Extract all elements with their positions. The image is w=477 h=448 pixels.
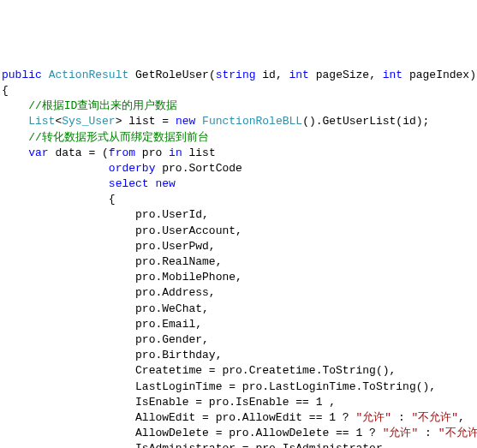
keyword-string: string [216, 69, 256, 81]
prop: pro.Email, [135, 318, 202, 331]
data-eq: data = ( [49, 146, 109, 159]
sortcode: pro.SortCode [155, 162, 241, 175]
keyword-new: new [149, 177, 176, 190]
string: "允许" [383, 427, 419, 439]
keyword-from: from [109, 146, 135, 159]
prop: pro.UserAccount, [135, 224, 242, 237]
keyword-orderby: orderby [109, 162, 156, 175]
prop: pro.MobilePhone, [135, 271, 242, 284]
prop: IsEnable = pro.IsEnable == 1 , [135, 396, 336, 409]
keyword-select: select [109, 177, 149, 190]
prop: LastLoginTime = pro.LastLoginTime.ToStri… [135, 380, 436, 393]
comment: //根据ID查询出来的用户数据 [28, 99, 177, 112]
string: "不允许" [412, 411, 459, 424]
prop: pro.Gender, [135, 333, 209, 346]
prop: pro.UserPwd, [135, 240, 216, 253]
colon: : [391, 411, 411, 424]
method-name: GetRoleUser( [135, 69, 216, 81]
prop: Createtime = pro.Createtime.ToString(), [135, 364, 396, 377]
param-pageindex: pageIndex) [402, 69, 476, 81]
comma: , [458, 411, 465, 424]
list-ref: list [182, 146, 216, 159]
keyword-new: new [176, 115, 195, 128]
call-getuserlist: ().GetUserList(id); [302, 115, 429, 128]
code-block: public ActionResult GetRoleUser(string i… [2, 68, 475, 448]
keyword-public: public [2, 69, 42, 81]
prop: pro.Birthday, [135, 349, 222, 361]
type-actionresult: ActionResult [49, 69, 129, 81]
keyword-int: int [289, 69, 309, 81]
type-functionrolebll: FunctionRoleBLL [195, 115, 302, 128]
prop: pro.WeChat, [135, 302, 209, 315]
prop: AllowEdit = pro.AllowEdit == 1 ? [135, 411, 355, 424]
comment: //转化数据形式从而绑定数据到前台 [28, 131, 209, 144]
prop: pro.RealName, [135, 255, 222, 268]
prop: pro.UserId, [135, 208, 209, 221]
param-id: id, [256, 69, 289, 81]
angle-gt: > list = [116, 115, 176, 128]
type-list: List [28, 115, 55, 128]
brace: { [109, 193, 116, 206]
pro: pro [135, 146, 169, 159]
brace: { [2, 84, 9, 97]
keyword-int: int [383, 69, 402, 81]
string: "允许" [355, 411, 391, 424]
prop: IsAdministrator = pro.IsAdministrator, [135, 442, 389, 448]
type-sysuser: Sys_User [62, 115, 115, 128]
keyword-in: in [169, 146, 182, 159]
string: "不允许" [438, 427, 477, 439]
prop: AllowDelete = pro.AllowDelete == 1 ? [135, 427, 383, 439]
colon: : [418, 427, 438, 439]
param-pagesize: pageSize, [309, 69, 383, 81]
prop: pro.Address, [135, 286, 216, 299]
keyword-var: var [28, 146, 48, 159]
